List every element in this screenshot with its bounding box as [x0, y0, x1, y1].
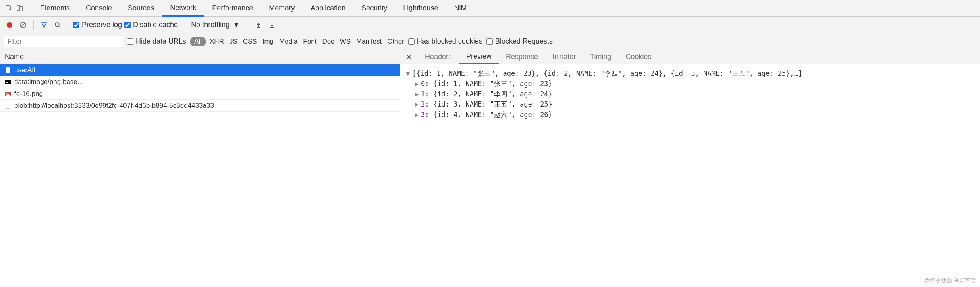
- request-row[interactable]: data:image/png;base…: [0, 76, 400, 88]
- filter-type-font[interactable]: Font: [303, 38, 316, 46]
- detail-tabs: HeadersPreviewResponseInitiatorTimingCoo…: [400, 50, 980, 64]
- divider: [68, 20, 68, 30]
- svg-rect-11: [5, 80, 11, 84]
- request-name: blob:http://localhost:3333/0e99f2fc-407f…: [14, 102, 214, 110]
- upload-har-icon[interactable]: [253, 19, 264, 31]
- expand-arrow-icon[interactable]: ▶: [415, 78, 419, 89]
- tab-performance[interactable]: Performance: [204, 0, 261, 17]
- tab-network[interactable]: Network: [162, 0, 204, 17]
- filter-type-other[interactable]: Other: [387, 38, 404, 46]
- request-list-panel: Name userAlldata:image/png;base…fe-16.pn…: [0, 50, 400, 287]
- expand-arrow-icon[interactable]: ▶: [415, 89, 419, 99]
- filter-type-media[interactable]: Media: [279, 38, 297, 46]
- blocked-requests-checkbox[interactable]: Blocked Requests: [486, 37, 553, 46]
- divider: [29, 4, 29, 13]
- clear-button[interactable]: [17, 19, 29, 31]
- tab-nim[interactable]: NiM: [446, 0, 475, 17]
- network-toolbar: Preserve log Disable cache No throttling…: [0, 17, 980, 33]
- preview-array-item[interactable]: ▶2: {id: 3, NAME: "王五", age: 25}: [406, 99, 974, 109]
- device-toggle-icon[interactable]: [14, 3, 25, 14]
- filter-type-xhr[interactable]: XHR: [210, 38, 224, 46]
- devtools-top-tabs: ElementsConsoleSourcesNetworkPerformance…: [0, 0, 980, 17]
- request-row[interactable]: fe-16.png: [0, 88, 400, 100]
- detail-tab-cookies[interactable]: Cookies: [619, 50, 659, 64]
- has-blocked-cookies-checkbox[interactable]: Has blocked cookies: [408, 37, 482, 46]
- preview-body: ▼[{id: 1, NAME: "张三", age: 23}, {id: 2, …: [400, 64, 980, 287]
- svg-rect-8: [257, 27, 260, 28]
- divider: [183, 20, 183, 30]
- tab-application[interactable]: Application: [303, 0, 353, 17]
- preview-summary[interactable]: ▼[{id: 1, NAME: "张三", age: 23}, {id: 2, …: [406, 68, 974, 78]
- preview-array-item[interactable]: ▶3: {id: 4, NAME: "赵六", age: 26}: [406, 109, 974, 120]
- detail-tab-preview[interactable]: Preview: [459, 50, 499, 64]
- chevron-down-icon: ▼: [233, 21, 240, 29]
- request-name: fe-16.png: [14, 90, 43, 98]
- svg-rect-9: [270, 27, 274, 28]
- request-name: data:image/png;base…: [14, 78, 84, 86]
- filter-type-manifest[interactable]: Manifest: [356, 38, 382, 46]
- filter-row: Hide data URLs All XHRJSCSSImgMediaFontD…: [0, 33, 980, 50]
- tab-memory[interactable]: Memory: [261, 0, 303, 17]
- request-row[interactable]: blob:http://localhost:3333/0e99f2fc-407f…: [0, 100, 400, 112]
- svg-line-7: [59, 26, 60, 28]
- filter-type-js[interactable]: JS: [230, 38, 237, 46]
- request-row[interactable]: userAll: [0, 64, 400, 76]
- img-file-icon: [5, 79, 11, 85]
- hide-data-urls-checkbox[interactable]: Hide data URLs: [127, 37, 186, 46]
- filter-input[interactable]: [4, 36, 123, 47]
- svg-point-6: [55, 23, 59, 27]
- divider: [248, 20, 248, 30]
- svg-rect-10: [6, 67, 10, 73]
- filter-type-doc[interactable]: Doc: [322, 38, 334, 46]
- download-har-icon[interactable]: [266, 19, 278, 31]
- detail-tab-initiator[interactable]: Initiator: [545, 50, 583, 64]
- preserve-log-checkbox[interactable]: Preserve log: [73, 21, 122, 29]
- doc-file-icon: [5, 67, 11, 73]
- close-detail-icon[interactable]: [403, 52, 415, 63]
- svg-line-5: [21, 23, 25, 27]
- svg-point-14: [6, 93, 8, 94]
- throttling-select[interactable]: No throttling ▼: [188, 21, 243, 29]
- svg-rect-2: [19, 7, 23, 11]
- detail-tab-response[interactable]: Response: [499, 50, 545, 64]
- detail-panel: HeadersPreviewResponseInitiatorTimingCoo…: [400, 50, 980, 287]
- column-header-name[interactable]: Name: [0, 50, 400, 64]
- blob-file-icon: [5, 103, 11, 109]
- filter-icon[interactable]: [39, 19, 50, 31]
- detail-tab-timing[interactable]: Timing: [583, 50, 618, 64]
- png-file-icon: [5, 91, 11, 97]
- tab-security[interactable]: Security: [353, 0, 395, 17]
- filter-type-ws[interactable]: WS: [340, 38, 351, 46]
- tab-sources[interactable]: Sources: [120, 0, 162, 17]
- watermark: @掘金找我 创新互联: [924, 277, 976, 285]
- divider: [33, 20, 34, 30]
- filter-type-img[interactable]: Img: [262, 38, 274, 46]
- expand-arrow-icon[interactable]: ▶: [415, 99, 419, 109]
- record-button[interactable]: [4, 19, 15, 31]
- disable-cache-checkbox[interactable]: Disable cache: [124, 21, 178, 29]
- expand-arrow-icon[interactable]: ▶: [415, 109, 419, 120]
- tab-console[interactable]: Console: [78, 0, 120, 17]
- preview-array-item[interactable]: ▶0: {id: 1, NAME: "张三", age: 23}: [406, 78, 974, 89]
- detail-tab-headers[interactable]: Headers: [418, 50, 459, 64]
- expand-arrow-icon[interactable]: ▼: [406, 68, 411, 78]
- search-icon[interactable]: [52, 19, 63, 31]
- preview-array-item[interactable]: ▶1: {id: 2, NAME: "李四", age: 24}: [406, 89, 974, 99]
- filter-type-css[interactable]: CSS: [243, 38, 257, 46]
- svg-rect-16: [6, 103, 10, 109]
- inspect-element-icon[interactable]: [3, 3, 14, 14]
- main-split: Name userAlldata:image/png;base…fe-16.pn…: [0, 50, 980, 287]
- tab-lighthouse[interactable]: Lighthouse: [395, 0, 446, 17]
- filter-type-all[interactable]: All: [190, 37, 206, 46]
- tab-elements[interactable]: Elements: [32, 0, 78, 17]
- request-name: userAll: [14, 66, 35, 74]
- request-list: userAlldata:image/png;base…fe-16.pngblob…: [0, 64, 400, 287]
- filter-type-list: XHRJSCSSImgMediaFontDocWSManifestOther: [210, 38, 404, 46]
- svg-point-3: [7, 22, 12, 28]
